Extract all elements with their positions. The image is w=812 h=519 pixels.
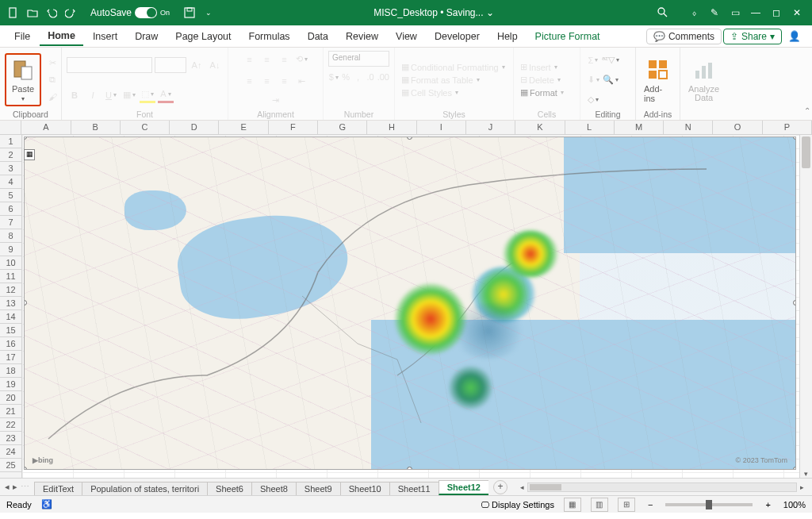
tab-picture-format[interactable]: Picture Format [527,28,608,45]
row-header[interactable]: 4 [0,175,21,189]
conditional-formatting-button[interactable]: ▦ Conditional Formatting [400,61,508,73]
row-header[interactable]: 12 [0,283,21,297]
col-header[interactable]: P [763,121,812,134]
cut-icon[interactable]: ✂ [44,56,60,71]
col-header[interactable]: J [466,121,515,134]
insert-cells-button[interactable]: ⊞ Insert [519,61,575,73]
format-cells-button[interactable]: ▦ Format [519,86,575,98]
sheet-prev-icon[interactable]: ◂ [5,482,10,492]
find-icon[interactable]: 🔍 [603,72,619,88]
italic-icon[interactable]: I [85,87,101,103]
row-header[interactable]: 9 [0,243,21,256]
row-header[interactable]: 3 [0,162,21,175]
smart-tag-icon[interactable]: ▦ [24,149,35,160]
open-icon[interactable] [25,6,40,20]
align-center-icon[interactable]: ≡ [259,73,275,89]
select-all-corner[interactable] [0,121,21,134]
bold-icon[interactable]: B [67,87,82,103]
align-left-icon[interactable]: ≡ [242,73,258,89]
accessibility-icon[interactable]: ♿ [41,499,52,509]
row-header[interactable]: 5 [0,189,21,202]
close-icon[interactable]: ✕ [790,6,804,20]
resize-handle[interactable] [24,467,27,470]
addins-button[interactable]: Add-ins [641,56,675,105]
col-header[interactable]: I [417,121,466,134]
col-header[interactable]: F [269,121,318,134]
map-picture[interactable]: ▶bing © 2023 TomTom [24,136,796,470]
tab-developer[interactable]: Developer [427,28,488,45]
col-header[interactable]: A [21,121,71,134]
share-button[interactable]: ⇪ Share ▾ [723,29,782,44]
col-header[interactable]: E [219,121,268,134]
row-header[interactable]: 16 [0,337,21,351]
currency-icon[interactable]: $ [328,69,339,85]
clear-icon[interactable]: ◇ [585,92,601,108]
tab-data[interactable]: Data [300,28,336,45]
col-header[interactable]: D [170,121,219,134]
paste-button[interactable]: Paste ▾ [7,56,39,104]
search-icon[interactable] [645,6,679,20]
resize-handle[interactable] [793,300,796,306]
indent-dec-icon[interactable]: ⇤ [294,73,310,89]
row-header[interactable]: 15 [0,324,21,337]
row-header[interactable]: 8 [0,229,21,243]
sort-filter-icon[interactable]: ᵃᶻ▽ [603,52,619,68]
sheet-tab[interactable]: Sheet11 [389,482,439,495]
tab-file[interactable]: File [6,28,38,45]
collapse-ribbon-icon[interactable]: ⌃ [804,106,810,115]
new-sheet-button[interactable]: + [493,480,508,494]
comma-icon[interactable]: , [353,69,363,85]
row-header[interactable]: 21 [0,405,21,418]
fill-icon[interactable]: ⬇ [585,72,601,88]
percent-icon[interactable]: % [340,69,350,85]
zoom-value[interactable]: 100% [783,500,806,509]
sheet-tab[interactable]: Sheet6 [207,482,252,495]
maximize-icon[interactable]: ◻ [769,6,783,20]
sheet-next-icon[interactable]: ▸ [13,482,17,492]
row-header[interactable]: 20 [0,391,21,405]
fill-color-icon[interactable]: ⬚ [140,87,155,103]
align-right-icon[interactable]: ≡ [277,73,293,89]
tab-formulas[interactable]: Formulas [241,28,298,45]
decrease-font-icon[interactable]: A↓ [207,57,223,73]
hscroll-left-icon[interactable]: ◂ [517,483,527,491]
row-header[interactable]: 13 [0,297,21,310]
align-mid-icon[interactable]: ≡ [259,52,275,67]
horizontal-scrollbar[interactable] [527,482,797,492]
row-header[interactable]: 14 [0,310,21,324]
display-settings-button[interactable]: 🖵 Display Settings [481,500,554,509]
minimize-icon[interactable]: — [749,6,763,20]
align-bot-icon[interactable]: ≡ [277,52,293,67]
comments-button[interactable]: 💬 Comments [646,29,722,44]
number-format-select[interactable]: General [328,51,389,67]
view-normal-icon[interactable]: ▦ [564,498,581,512]
row-header[interactable]: 17 [0,351,21,364]
zoom-out-icon[interactable]: − [645,500,656,509]
row-header[interactable]: 23 [0,432,21,445]
scroll-thumb[interactable] [802,136,810,168]
analyze-data-button[interactable]: Analyze Data [685,56,722,104]
new-file-icon[interactable] [6,6,21,20]
tab-insert[interactable]: Insert [85,28,125,45]
cell-styles-button[interactable]: ▦ Cell Styles [400,86,508,98]
resize-handle[interactable] [407,467,412,470]
sheet-tab[interactable]: Population of states, territori [82,482,208,495]
toggle-switch[interactable] [135,7,157,18]
scroll-down-icon[interactable]: ▾ [800,470,812,478]
sheet-tab[interactable]: EditText [34,482,82,495]
tab-home[interactable]: Home [40,27,83,46]
underline-icon[interactable]: U [103,87,119,103]
col-header[interactable]: O [713,121,762,134]
pen-icon[interactable]: ✎ [707,6,722,20]
autosum-icon[interactable]: Σ [585,52,601,68]
account-icon[interactable]: 👤 [783,30,806,42]
col-header[interactable]: G [318,121,367,134]
tab-view[interactable]: View [388,28,425,45]
col-header[interactable]: L [565,121,615,134]
hscroll-right-icon[interactable]: ▸ [797,483,807,491]
copy-icon[interactable]: ⧉ [44,72,60,88]
tab-review[interactable]: Review [338,28,386,45]
format-as-table-button[interactable]: ▦ Format as Table [400,74,508,86]
view-page-break-icon[interactable]: ⊞ [618,498,635,512]
col-header[interactable]: M [615,121,664,134]
